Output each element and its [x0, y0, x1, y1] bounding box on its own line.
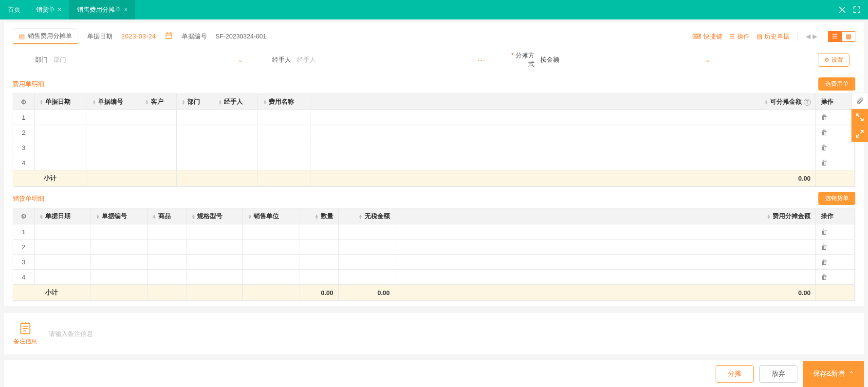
table-row[interactable]: 4🗑: [13, 270, 855, 285]
cell[interactable]: [87, 140, 140, 155]
cell[interactable]: [395, 255, 816, 270]
cell[interactable]: [395, 270, 816, 285]
cell[interactable]: [87, 110, 140, 125]
cell[interactable]: [395, 240, 816, 255]
cell[interactable]: [339, 224, 395, 240]
delete-icon[interactable]: 🗑: [821, 144, 828, 151]
close-icon[interactable]: ×: [124, 6, 128, 13]
attachment-icon[interactable]: [851, 92, 868, 109]
cell[interactable]: [299, 270, 338, 285]
list-view-icon[interactable]: ☰: [828, 31, 842, 42]
operate-link[interactable]: ☰操作: [729, 32, 750, 41]
cell[interactable]: [148, 270, 186, 285]
cell[interactable]: [339, 255, 395, 270]
cell[interactable]: [311, 110, 816, 125]
next-icon[interactable]: ▶: [813, 33, 817, 40]
delete-icon[interactable]: 🗑: [821, 113, 828, 121]
cell[interactable]: [243, 270, 299, 285]
table-row[interactable]: 2🗑: [13, 125, 855, 140]
cell[interactable]: [91, 255, 148, 270]
cell[interactable]: [213, 110, 258, 125]
cell[interactable]: [258, 110, 311, 125]
select-fee-order-button[interactable]: 选费用单: [818, 77, 855, 91]
cell[interactable]: [299, 224, 338, 240]
delete-icon[interactable]: 🗑: [821, 243, 828, 251]
save-and-new-button[interactable]: 保存&新增⌃: [803, 361, 864, 387]
collapse-icon[interactable]: [851, 126, 868, 142]
more-icon[interactable]: ···: [478, 56, 486, 64]
cell[interactable]: [186, 270, 243, 285]
cell[interactable]: [311, 140, 816, 155]
cell[interactable]: [35, 224, 91, 240]
tab-sales-order[interactable]: 销货单×: [28, 0, 69, 19]
cell[interactable]: [243, 224, 299, 240]
close-icon[interactable]: ×: [58, 6, 61, 13]
select-sales-order-button[interactable]: 选销货单: [818, 192, 855, 205]
cell[interactable]: [258, 155, 311, 170]
cell[interactable]: [395, 224, 816, 240]
gear-icon[interactable]: ⚙: [21, 213, 27, 220]
cell[interactable]: [177, 155, 213, 170]
cell[interactable]: [87, 125, 140, 140]
table-row[interactable]: 4🗑: [13, 155, 855, 170]
cell[interactable]: [177, 125, 213, 140]
cell[interactable]: [339, 240, 395, 255]
delete-icon[interactable]: 🗑: [821, 273, 828, 281]
date-value[interactable]: 2023-03-24: [121, 33, 156, 40]
discard-button[interactable]: 放弃: [759, 365, 797, 383]
delete-icon[interactable]: 🗑: [821, 228, 828, 236]
cell[interactable]: [35, 125, 87, 140]
cell[interactable]: [186, 255, 243, 270]
close-window-icon[interactable]: [836, 3, 849, 16]
cell[interactable]: [213, 155, 258, 170]
remarks-input[interactable]: [49, 330, 854, 337]
tab-sales-fee-alloc[interactable]: 销售费用分摊单×: [69, 0, 135, 19]
cell[interactable]: [35, 255, 91, 270]
table-row[interactable]: 3🗑: [13, 140, 855, 155]
cell[interactable]: [140, 155, 177, 170]
cell[interactable]: [148, 240, 186, 255]
delete-icon[interactable]: 🗑: [821, 258, 828, 266]
cell[interactable]: [258, 125, 311, 140]
cell[interactable]: [243, 255, 299, 270]
cell[interactable]: [311, 125, 816, 140]
table-row[interactable]: 1🗑: [13, 224, 855, 240]
help-icon[interactable]: ?: [804, 99, 811, 106]
cell[interactable]: [91, 240, 148, 255]
cell[interactable]: [177, 110, 213, 125]
grid-view-icon[interactable]: ▦: [842, 31, 855, 42]
fullscreen-icon[interactable]: [850, 3, 863, 16]
gear-icon[interactable]: ⚙: [21, 98, 27, 106]
cell[interactable]: [299, 240, 338, 255]
table-row[interactable]: 1🗑: [13, 110, 855, 125]
delete-icon[interactable]: 🗑: [821, 159, 828, 166]
table-row[interactable]: 2🗑: [13, 240, 855, 255]
chevron-down-icon[interactable]: ⌄: [237, 57, 243, 63]
cell[interactable]: [186, 224, 243, 240]
settings-button[interactable]: ⚙设置: [818, 54, 850, 67]
shortcut-link[interactable]: ⌨快捷键: [692, 32, 722, 41]
allocate-button[interactable]: 分摊: [716, 365, 754, 383]
history-link[interactable]: ▤历史单据: [757, 32, 790, 41]
cell[interactable]: [35, 110, 87, 125]
table-row[interactable]: 3🗑: [13, 255, 855, 270]
cell[interactable]: [91, 270, 148, 285]
cell[interactable]: [35, 240, 91, 255]
cell[interactable]: [213, 140, 258, 155]
expand-icon[interactable]: [851, 109, 868, 126]
cell[interactable]: [140, 140, 177, 155]
delete-icon[interactable]: 🗑: [821, 129, 828, 136]
cell[interactable]: [186, 240, 243, 255]
cell[interactable]: [148, 224, 186, 240]
handler-input[interactable]: [296, 54, 478, 66]
cell[interactable]: [91, 224, 148, 240]
cell[interactable]: [140, 125, 177, 140]
cell[interactable]: [140, 110, 177, 125]
cell[interactable]: [148, 255, 186, 270]
chevron-down-icon[interactable]: ⌄: [704, 57, 711, 63]
cell[interactable]: [243, 240, 299, 255]
cell[interactable]: [258, 140, 311, 155]
cell[interactable]: [35, 140, 87, 155]
cell[interactable]: [177, 140, 213, 155]
cell[interactable]: [213, 125, 258, 140]
